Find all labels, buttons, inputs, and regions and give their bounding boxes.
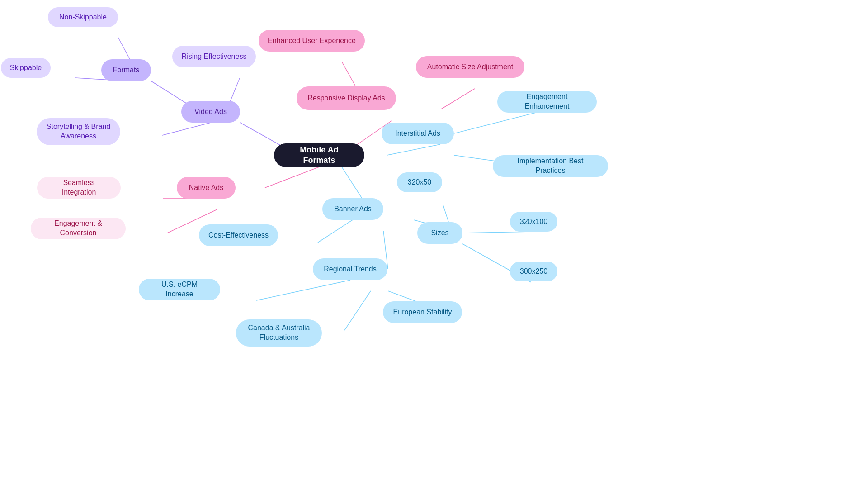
size-320x100-node: 320x100 xyxy=(510,212,557,232)
banner-ads-node: Banner Ads xyxy=(322,198,383,220)
enhanced-user-experience-node: Enhanced User Experience xyxy=(259,30,365,52)
seamless-integration-node: Seamless Integration xyxy=(37,177,121,199)
formats-node: Formats xyxy=(101,59,151,81)
svg-line-6 xyxy=(265,167,319,188)
automatic-size-adjustment-node: Automatic Size Adjustment xyxy=(416,56,524,78)
implementation-best-practices-node: Implementation Best Practices xyxy=(493,155,608,177)
interstitial-ads-node: Interstitial Ads xyxy=(382,123,454,144)
svg-line-12 xyxy=(387,144,440,155)
responsive-display-ads-node: Responsive Display Ads xyxy=(297,86,396,110)
rising-effectiveness-node: Rising Effectiveness xyxy=(172,46,256,67)
us-ecpm-increase-node: U.S. eCPM Increase xyxy=(139,279,220,300)
european-stability-node: European Stability xyxy=(383,301,462,323)
svg-line-11 xyxy=(441,89,475,109)
video-ads-node: Video Ads xyxy=(181,101,240,123)
svg-line-16 xyxy=(318,220,353,243)
skippable-node: Skippable xyxy=(1,58,51,78)
svg-line-24 xyxy=(344,291,371,330)
engagement-enhancement-node: Engagement Enhancement xyxy=(497,91,597,113)
sizes-node: Sizes xyxy=(417,222,462,244)
canada-australia-node: Canada & Australia Fluctuations xyxy=(236,319,322,347)
storytelling-node: Storytelling & Brand Awareness xyxy=(37,118,120,145)
center-node: Mobile Ad Formats xyxy=(274,143,364,167)
cost-effectiveness-node: Cost-Effectiveness xyxy=(199,224,278,246)
size-320x50-node: 320x50 xyxy=(397,172,442,192)
svg-line-13 xyxy=(454,113,536,133)
regional-trends-node: Regional Trends xyxy=(313,258,387,280)
non-skippable-node: Non-Skippable xyxy=(48,7,118,27)
svg-line-22 xyxy=(256,280,350,300)
size-300x250-node: 300x250 xyxy=(510,262,557,281)
svg-line-5 xyxy=(162,123,211,135)
svg-line-19 xyxy=(462,232,531,233)
native-ads-node: Native Ads xyxy=(177,177,236,199)
engagement-conversion-node: Engagement & Conversion xyxy=(31,218,126,239)
